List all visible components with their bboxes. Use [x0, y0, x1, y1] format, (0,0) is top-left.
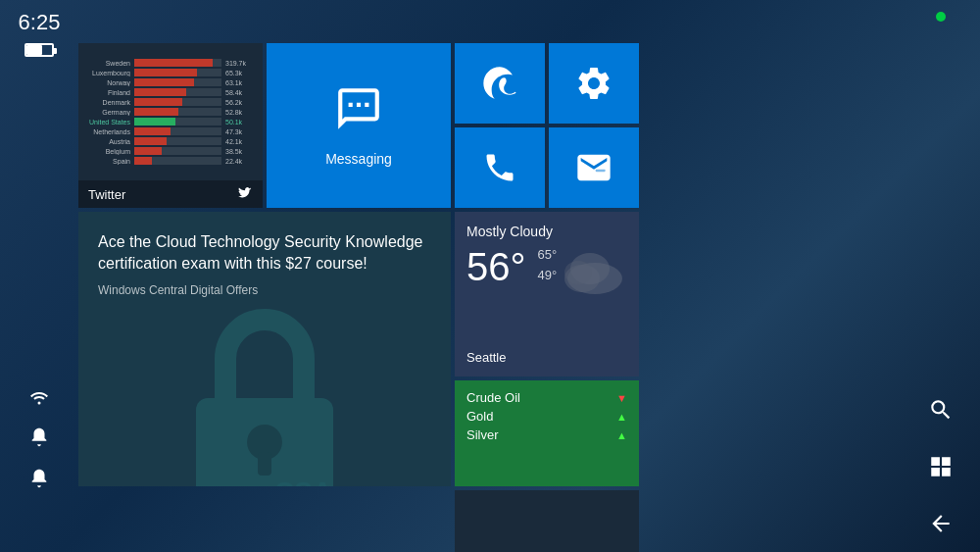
windows-icon[interactable] — [928, 454, 954, 483]
svg-rect-4 — [258, 452, 271, 476]
tile-twitter[interactable]: Sweden 319.7k Luxembourg 65.3k Norway 63… — [78, 43, 263, 208]
settings-icon — [574, 64, 613, 103]
status-bar: 6:25 — [0, 0, 78, 552]
icon-grid — [455, 43, 639, 208]
chart-row-luxembourg: Luxembourg 65.3k — [86, 69, 255, 76]
action-bar — [902, 0, 980, 552]
stock-crude-arrow: ▼ — [616, 392, 627, 404]
status-dot — [936, 12, 946, 22]
svg-point-0 — [38, 402, 41, 405]
wifi-icon — [27, 387, 51, 411]
chart-row-sweden: Sweden 319.7k — [86, 59, 255, 67]
chart-row-spain: Spain 22.4k — [86, 157, 255, 165]
tile-phone[interactable] — [455, 127, 545, 208]
twitter-chart: Sweden 319.7k Luxembourg 65.3k Norway 63… — [78, 43, 263, 180]
notification-icon-1 — [28, 427, 50, 452]
tiles-area: Sweden 319.7k Luxembourg 65.3k Norway 63… — [78, 43, 833, 552]
chart-row-denmark: Denmark 56.2k — [86, 98, 255, 106]
phone-icon — [482, 150, 517, 185]
chart-row-netherlands: Netherlands 47.3k — [86, 127, 255, 135]
tile-news[interactable]: Ace the Cloud Technology Security Knowle… — [78, 212, 451, 486]
stock-crude-label: Crude Oil — [466, 390, 520, 405]
chart-row-us: United States 50.1k — [86, 118, 255, 125]
chart-row-germany: Germany 52.8k — [86, 108, 255, 116]
battery-icon — [24, 43, 54, 57]
tile-settings[interactable] — [549, 43, 639, 124]
outlook-icon — [574, 148, 613, 187]
svg-text:CSA: CSA — [274, 477, 332, 486]
stock-row-gold: Gold ▲ — [466, 409, 627, 424]
tile-outlook[interactable] — [549, 127, 639, 208]
bottom-row: Ace the Cloud Technology Security Knowle… — [78, 212, 833, 552]
battery-fill — [26, 45, 42, 55]
weather-cloud-visual — [551, 241, 629, 304]
twitter-bird-icon — [237, 187, 253, 201]
chart-row-belgium: Belgium 38.5k — [86, 147, 255, 155]
chart-row-austria: Austria 42.1k — [86, 137, 255, 145]
weather-stocks-col: Mostly Cloudy 56° 65° 49° — [455, 212, 639, 552]
svg-point-9 — [564, 261, 592, 284]
stock-gold-label: Gold — [466, 409, 493, 424]
chart-row-finland: Finland 58.4k — [86, 88, 255, 96]
tile-stocks[interactable]: Crude Oil ▼ Gold ▲ Silver ▲ — [455, 380, 639, 486]
stock-silver-label: Silver — [466, 427, 499, 442]
news-lock-bg: CSA — [78, 310, 451, 486]
stock-gold-arrow: ▲ — [616, 411, 627, 423]
news-source: Windows Central Digital Offers — [98, 283, 431, 297]
messaging-icon — [334, 84, 383, 143]
stock-row-silver: Silver ▲ — [466, 427, 627, 442]
tile-messaging[interactable]: Messaging — [267, 43, 451, 208]
clock: 6:25 — [19, 10, 61, 35]
stock-row-crude: Crude Oil ▼ — [466, 390, 627, 405]
notification-icon-2 — [28, 468, 50, 493]
back-icon[interactable] — [928, 511, 954, 540]
stock-silver-arrow: ▲ — [616, 429, 627, 441]
weather-condition: Mostly Cloudy — [466, 224, 627, 239]
twitter-label: Twitter — [88, 187, 125, 202]
weather-temp-main: 56° — [466, 245, 526, 289]
messaging-label: Messaging — [325, 151, 392, 167]
action-icons[interactable] — [928, 397, 954, 540]
status-bottom-icons — [0, 387, 78, 493]
news-headline: Ace the Cloud Technology Security Knowle… — [98, 231, 431, 276]
edge-icon — [480, 64, 519, 103]
svg-rect-1 — [596, 170, 606, 173]
tile-weather[interactable]: Mostly Cloudy 56° 65° 49° — [455, 212, 639, 376]
chart-row-norway: Norway 63.1k — [86, 78, 255, 86]
search-icon[interactable] — [928, 397, 954, 427]
tile-windows-central[interactable]: Windows Central — [455, 490, 639, 552]
top-row: Sweden 319.7k Luxembourg 65.3k Norway 63… — [78, 43, 833, 208]
weather-city: Seattle — [466, 350, 506, 365]
tile-edge[interactable] — [455, 43, 545, 124]
twitter-footer: Twitter — [78, 180, 263, 208]
